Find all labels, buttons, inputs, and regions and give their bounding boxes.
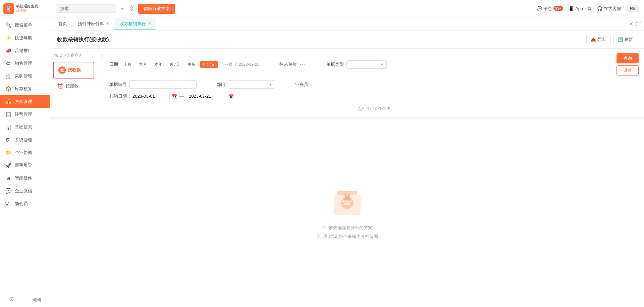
search-icon: 🔍 <box>5 22 12 28</box>
collapse-more-btn[interactable]: ⋀⋀ 收起更多条件 <box>358 106 390 111</box>
staff-input[interactable]: ··· <box>311 82 317 88</box>
date-this-year-btn[interactable]: 本年 <box>152 61 165 68</box>
sidebar-item-purchase[interactable]: 🛒 采购管理 <box>0 70 50 83</box>
filter-row-3: 核销日期 📅 — 📅 <box>109 92 639 100</box>
calendar-end-icon[interactable]: 📅 <box>228 94 234 99</box>
sidebar-item-management[interactable]: 📋 经营管理 <box>0 108 50 121</box>
filter-option-by-receivable[interactable]: ⏰ 按应收 <box>53 80 94 93</box>
export-btn[interactable]: 📤 导出 <box>586 35 610 44</box>
doc-type-label: 单据类型 <box>326 61 344 67</box>
date-custom-btn[interactable]: 自定义 <box>200 61 218 68</box>
sidebar-item-collab[interactable]: 📁 企业协同 <box>0 146 50 159</box>
counterparty-input[interactable]: ··· <box>300 61 306 67</box>
verify-date-label: 核销日期 <box>109 93 127 99</box>
doc-type-select-wrap: ▼ <box>346 60 387 69</box>
online-service-label: 在线客服 <box>604 6 621 12</box>
calendar-start-icon[interactable]: 📅 <box>172 94 177 99</box>
date-label: 日期 <box>109 61 118 67</box>
industry-btn[interactable]: 体验行业方案 <box>138 4 175 14</box>
refresh-btn[interactable]: 🔄 刷新 <box>613 35 637 44</box>
sidebar-item-label-wxwork: 企业微信 <box>15 188 32 194</box>
collapse-more-area: ⋀⋀ 收起更多条件 <box>109 104 639 112</box>
sidebar-item-label-basic: 基础信息 <box>15 124 32 130</box>
verify-date-field: 核销日期 📅 — 📅 <box>109 92 234 100</box>
expand-icon[interactable]: ⛶ <box>636 21 641 27</box>
refresh-label: 刷新 <box>624 37 633 43</box>
sidebar-item-wxwork[interactable]: 💬 企业微信 <box>0 185 50 197</box>
top-bar-right: 💬 消息 99+ 📱 App下载 🎧 在线客服 Rit <box>537 5 639 12</box>
date-this-month-btn[interactable]: 本月 <box>136 61 150 68</box>
sidebar-item-label-collab: 企业协同 <box>15 150 32 156</box>
sidebar-item-shortcut[interactable]: ⚡ 快捷导航 <box>0 32 50 44</box>
inventory-icon: 🏠 <box>5 86 12 92</box>
doc-no-input[interactable] <box>129 80 197 89</box>
filter-area: 按以下方案查询 收 按收款 ⏰ 按应收 《 <box>50 49 644 117</box>
dept-select[interactable] <box>228 80 275 89</box>
tab-verify[interactable]: 收款核销执行 ✕ <box>114 18 156 30</box>
messages-btn[interactable]: 💬 消息 99+ <box>537 6 563 12</box>
content-area: 收款核销执行(按收款) 📤 导出 🔄 刷新 按以下方案查询 收 <box>50 31 644 307</box>
app-download-btn[interactable]: 📱 App下载 <box>569 6 592 12</box>
hardware-icon: 🖥 <box>5 175 12 181</box>
tab-verify-close[interactable]: ✕ <box>148 21 151 26</box>
sidebar-item-member[interactable]: V 畅会员 <box>0 197 50 210</box>
tab-verify-label: 收款核销执行 <box>120 21 146 27</box>
settings-btn[interactable]: 设置 <box>616 65 639 75</box>
date-quick-btns: 上月 本月 本年 近7天 更多 自定义 <box>121 61 218 68</box>
query-btn[interactable]: 查询 <box>616 53 639 63</box>
sidebar-item-marketing[interactable]: 📣 营销推广 <box>0 44 50 57</box>
empty-hint-1-text: 请先选择要分析的方案 <box>329 225 372 231</box>
filter-row-2: 单据编号 部门 ▼ 业务员 ··· <box>109 80 639 89</box>
tab-prepay-close[interactable]: ✕ <box>106 21 109 26</box>
sidebar-item-label-guide: 新手引导 <box>15 162 32 168</box>
logo-area: 🐰 畅捷通好生意 标准版 <box>0 0 50 17</box>
settings-icon[interactable]: ⚙ <box>9 296 14 303</box>
filter-action-btns: 查询 设置 <box>616 53 639 75</box>
filter-option-receivable-label: 按应收 <box>66 83 79 89</box>
sidebar-item-inventory[interactable]: 🏠 库存核算 <box>0 83 50 95</box>
top-bar-left: ▼ ⚙ 体验行业方案 <box>56 4 175 14</box>
sidebar-item-hardware[interactable]: 🖥 智能硬件 <box>0 172 50 185</box>
mobile-icon: 📱 <box>569 6 574 11</box>
user-avatar[interactable]: Rit <box>627 5 639 12</box>
filter-collapse-btn[interactable]: 《 <box>97 53 104 60</box>
verify-date-inputs: 📅 — 📅 <box>129 92 234 100</box>
svg-rect-1 <box>337 191 357 195</box>
date-last-month-btn[interactable]: 上月 <box>121 61 134 68</box>
date-to-label: 至 2023-07-26 <box>234 62 260 67</box>
settings-gear-icon[interactable]: ⚙ <box>129 5 134 12</box>
doc-type-select[interactable] <box>346 60 387 69</box>
search-input[interactable] <box>56 4 116 13</box>
export-label: 导出 <box>597 37 606 43</box>
verify-date-end-input[interactable] <box>186 92 226 100</box>
verify-date-start-input[interactable] <box>129 92 170 100</box>
date-more-btn[interactable]: 更多 <box>185 61 198 68</box>
sidebar-item-search[interactable]: 🔍 搜索菜单 <box>0 19 50 32</box>
sidebar-item-label-purchase: 采购管理 <box>15 73 32 79</box>
sidebar-item-label-hardware: 智能硬件 <box>15 175 32 181</box>
main-area: ▼ ⚙ 体验行业方案 💬 消息 99+ 📱 App下载 🎧 在线客服 Rit <box>50 0 644 307</box>
collapse-icon[interactable]: ◀◀ <box>32 296 41 303</box>
app-download-label: App下载 <box>575 6 592 12</box>
counterparty-field: 往来单位 ··· <box>279 61 306 67</box>
date-7days-btn[interactable]: 近7天 <box>167 61 183 68</box>
sidebar-item-label-shortcut: 快捷导航 <box>15 35 32 41</box>
filter-right-group: 查询 设置 <box>614 53 639 75</box>
tab-home[interactable]: 首页 <box>53 18 72 30</box>
close-all-icon[interactable]: ✕ <box>629 21 633 27</box>
sidebar: 🐰 畅捷通好生意 标准版 🔍 搜索菜单 ⚡ 快捷导航 📣 营销推广 🏷 销售管理… <box>0 0 50 307</box>
filter-option-by-receipt[interactable]: 收 按收款 <box>55 64 92 76</box>
sidebar-item-system[interactable]: ⚙ 系统管理 <box>0 134 50 146</box>
online-service-btn[interactable]: 🎧 在线客服 <box>597 6 621 12</box>
sidebar-item-finance[interactable]: 💰 资金管理 <box>0 95 50 108</box>
doc-type-field: 单据类型 ▼ <box>326 60 387 69</box>
logo-text: 畅捷通好生意 标准版 <box>16 4 38 13</box>
svg-rect-4 <box>344 203 351 205</box>
tab-prepay[interactable]: 预付冲应付单 ✕ <box>72 18 114 30</box>
sidebar-item-basic[interactable]: 📊 基础信息 <box>0 121 50 134</box>
top-bar: ▼ ⚙ 体验行业方案 💬 消息 99+ 📱 App下载 🎧 在线客服 Rit <box>50 0 644 17</box>
sidebar-item-sales[interactable]: 🏷 销售管理 <box>0 57 50 70</box>
basic-icon: 📊 <box>5 124 12 130</box>
dropdown-icon[interactable]: ▼ <box>120 6 125 11</box>
sidebar-item-guide[interactable]: 🚀 新手引导 <box>0 159 50 172</box>
